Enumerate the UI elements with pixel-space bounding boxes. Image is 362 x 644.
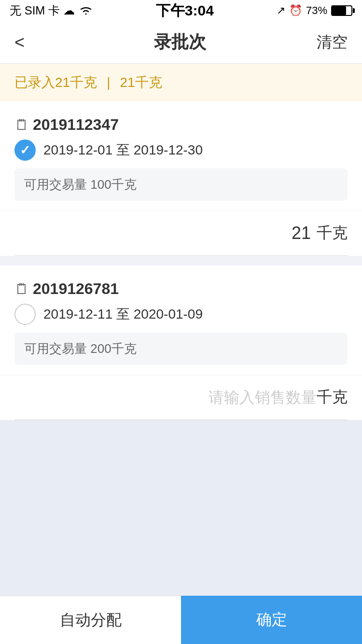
battery-percent: 73% [306,4,327,17]
batch-2-date: 2019-12-11 至 2020-01-09 [43,305,203,323]
batch-1-quantity-row: 21 千克 [0,210,362,255]
content-area: 🗒 2019112347 2019-12-01 至 2019-12-30 可用交… [0,101,362,644]
batch-card-1: 🗒 2019112347 2019-12-01 至 2019-12-30 可用交… [0,101,362,256]
batch-card-2: 🗒 2019126781 2019-12-11 至 2020-01-09 可用交… [0,266,362,420]
batch-2-radio[interactable] [14,304,36,325]
bottom-empty-area [0,420,362,613]
info-banner: 已录入21千克 | 21千克 [0,64,362,101]
batch-2-available: 可用交易量 200千克 [14,333,348,365]
bottom-buttons: 自动分配 确定 [0,596,362,644]
sim-label: 无 SIM 卡 ☁ [10,3,75,18]
batch-card-1-inner: 🗒 2019112347 2019-12-01 至 2019-12-30 可用交… [0,101,362,210]
doc-icon-2: 🗒 [14,281,29,297]
batch-2-id: 2019126781 [33,280,119,298]
status-right: ↗ ⏰ 73% [277,4,352,17]
batch-1-header: 🗒 2019112347 [14,116,348,134]
auto-distribute-button[interactable]: 自动分配 [0,596,181,644]
confirm-button[interactable]: 确定 [181,596,362,644]
clear-button[interactable]: 清空 [317,32,348,53]
batch-1-id: 2019112347 [33,116,119,134]
wifi-icon [79,5,93,16]
back-button[interactable]: < [14,32,43,53]
nav-bar: < 录批次 清空 [0,21,362,64]
batch-2-quantity-row: 千克 [0,375,362,420]
info-amount: 21千克 [120,73,162,92]
status-bar: 无 SIM 卡 ☁ 下午3:04 ↗ ⏰ 73% [0,0,362,21]
batch-1-available: 可用交易量 100千克 [14,168,348,201]
batch-1-date: 2019-12-01 至 2019-12-30 [43,141,203,159]
batch-card-2-inner: 🗒 2019126781 2019-12-11 至 2020-01-09 可用交… [0,266,362,375]
location-icon: ↗ [277,4,285,17]
alarm-icon: ⏰ [289,4,302,17]
recorded-label: 已录入21千克 [14,73,97,92]
batch-1-date-row: 2019-12-01 至 2019-12-30 [14,140,348,161]
status-time: 下午3:04 [156,1,214,21]
batch-2-quantity-unit: 千克 [317,387,348,408]
doc-icon-1: 🗒 [14,117,29,133]
batch-1-quantity-value: 21 [292,223,311,243]
batch-2-input-row: 千克 [172,387,348,408]
info-divider: | [107,75,110,90]
section-separator-1 [0,256,362,266]
batch-2-header: 🗒 2019126781 [14,280,348,298]
batch-2-date-row: 2019-12-11 至 2020-01-09 [14,304,348,325]
status-left: 无 SIM 卡 ☁ [10,3,93,18]
batch-1-radio[interactable] [14,140,36,161]
batch-2-quantity-input[interactable] [172,389,317,406]
batch-1-quantity-unit: 千克 [317,223,348,244]
page-title: 录批次 [154,30,206,54]
battery-icon [331,5,352,16]
